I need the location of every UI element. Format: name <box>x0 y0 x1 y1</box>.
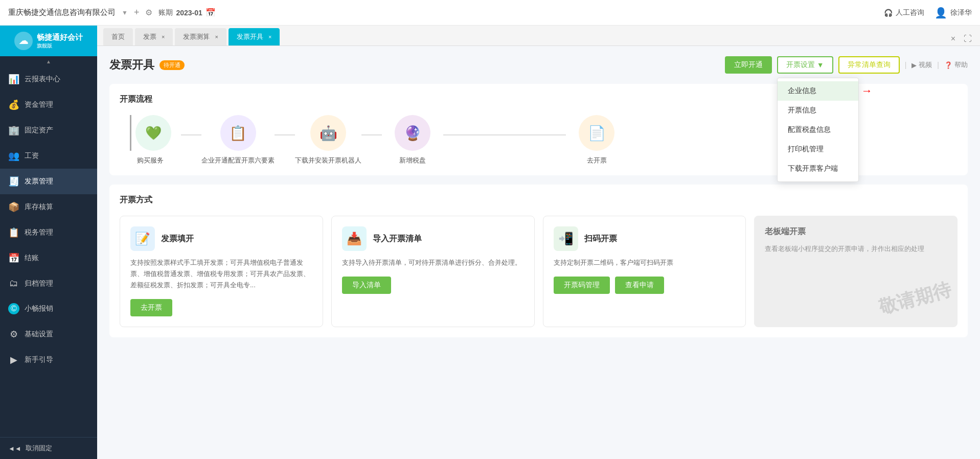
settings-icon[interactable]: ⚙ <box>145 8 152 17</box>
exception-button[interactable]: 异常清单查询 <box>838 56 900 74</box>
heart-icon: 💚 <box>145 125 162 141</box>
add-company-btn[interactable]: + <box>134 7 140 18</box>
flow-step-add-taxdisk: 🔮 新增税盘 <box>382 115 443 165</box>
tab-invoice-test-label: 发票测算 <box>183 32 210 41</box>
billing-card-manual-fill: 📝 发票填开 支持按照发票样式手工填开发票；可开具增值税电子普通发票、增值税普通… <box>120 216 323 327</box>
flow-step-buy-service: 💚 购买服务 <box>120 115 181 165</box>
flow-step-download-robot: 🤖 下载并安装开票机器人 <box>295 115 361 165</box>
add-taxdisk-label: 新增税盘 <box>399 156 426 165</box>
sidebar-item-label-report-sales: 小畅报销 <box>25 304 53 313</box>
billing-card-scan-invoice: 📲 扫码开票 支持定制开票二维码，客户端可扫码开票 开票码管理 查看申请 <box>543 216 746 327</box>
watermark-text: 敬请期待 <box>876 277 954 320</box>
dropdown-item-tax-config[interactable]: 配置税盘信息 <box>778 120 858 140</box>
sidebar-item-guide[interactable]: ▶ 新手引导 <box>0 347 97 373</box>
buy-service-icon-wrap: 💚 <box>135 115 171 151</box>
sidebar-item-capital[interactable]: 💰 资金管理 <box>0 92 97 118</box>
sidebar-item-report-sales[interactable]: © 小畅报销 <box>0 296 97 322</box>
step-indicator: 💚 <box>130 115 171 151</box>
scan-invoice-title: 扫码开票 <box>584 234 617 244</box>
page-title-row: 发票开具 待开通 立即开通 开票设置 ▼ <box>109 56 968 74</box>
dropdown-item-printer[interactable]: 打印机管理 <box>778 140 858 159</box>
company-dropdown-icon[interactable]: ▼ <box>122 9 128 16</box>
activate-button[interactable]: 立即开通 <box>725 56 772 74</box>
sidebar-item-label-invoice-mgmt: 发票管理 <box>25 177 53 186</box>
billing-methods-list: 📝 发票填开 支持按照发票样式手工填开发票；可开具增值税电子普通发票、增值税普通… <box>120 216 958 327</box>
content-area: 首页 发票 × 发票测算 × 发票开具 × × ⛶ <box>97 26 980 459</box>
sidebar-item-accounting[interactable]: 📅 结账 <box>0 245 97 271</box>
flow-line-4 <box>443 134 464 135</box>
tab-expand-btn[interactable]: ⛶ <box>962 32 974 45</box>
flow-line-2 <box>275 134 295 135</box>
tax-icon: 📋 <box>8 227 19 238</box>
page-content: 发票开具 待开通 立即开通 开票设置 ▼ <box>97 46 980 459</box>
dropdown-item-company-info[interactable]: 企业信息 → <box>778 81 858 101</box>
tab-invoice-close[interactable]: × <box>162 34 165 40</box>
sidebar-item-invoice-mgmt[interactable]: 🧾 发票管理 <box>0 169 97 194</box>
scan-invoice-desc: 支持定制开票二维码，客户端可扫码开票 <box>554 257 736 268</box>
tab-invoice-test-close[interactable]: × <box>215 34 218 40</box>
sidebar-item-settings[interactable]: ⚙ 基础设置 <box>0 322 97 347</box>
import-list-btn[interactable]: 导入清单 <box>342 277 391 294</box>
logo-sub-text: 旗舰版 <box>37 42 83 50</box>
settings-button[interactable]: 开票设置 ▼ <box>777 56 833 74</box>
sidebar-item-tax[interactable]: 📋 税务管理 <box>0 220 97 245</box>
manual-fill-icon: 📝 <box>130 226 155 251</box>
tab-invoice-issue-close[interactable]: × <box>268 34 271 40</box>
boss-invoice-title: 老板端开票 <box>765 226 806 237</box>
billing-methods-section: 开票方式 📝 发票填开 支持按照发票样式手工填开发票；可开具增值税电子普通发票、… <box>109 185 968 337</box>
tab-invoice[interactable]: 发票 × <box>135 28 173 45</box>
go-invoice-icon-wrap: 📄 <box>579 115 614 151</box>
sidebar-item-salary[interactable]: 👥 工资 <box>0 143 97 169</box>
sidebar-bottom[interactable]: ◄◄ 取消固定 <box>0 437 97 459</box>
scan-invoice-btn1[interactable]: 开票码管理 <box>554 277 610 294</box>
tab-close-btn[interactable]: × <box>949 32 958 45</box>
status-badge: 待开通 <box>159 60 185 70</box>
pin-icon: ◄◄ <box>8 445 21 452</box>
logo-area: ☁ 畅捷通好会计 旗舰版 <box>0 26 97 56</box>
capital-icon: 💰 <box>8 99 19 110</box>
video-label: 视频 <box>919 60 932 70</box>
tab-bar-right: × ⛶ <box>949 32 974 45</box>
dropdown-item-invoice-info[interactable]: 开票信息 <box>778 101 858 120</box>
video-button[interactable]: ▶ 视频 <box>911 60 932 70</box>
header-left: 重庆畅捷交通信息咨询有限公司 ▼ + ⚙ 账期 2023-01 📅 <box>8 7 216 18</box>
sidebar-item-inventory[interactable]: 📦 库存核算 <box>0 194 97 220</box>
tab-invoice-issue[interactable]: 发票开具 × <box>229 28 280 45</box>
dropdown-item-download-client[interactable]: 下载开票客户端 <box>778 159 858 178</box>
support-label[interactable]: 人工咨询 <box>896 8 924 17</box>
tab-invoice-label: 发票 <box>143 32 156 41</box>
settings-sidebar-icon: ⚙ <box>8 329 19 340</box>
sidebar-item-archive[interactable]: 🗂 归档管理 <box>0 271 97 296</box>
user-name[interactable]: 徐泽华 <box>950 8 972 17</box>
manual-fill-btn[interactable]: 去开票 <box>130 299 172 316</box>
assets-icon: 🏢 <box>8 125 19 136</box>
tab-home-label: 首页 <box>111 32 125 41</box>
sidebar-scroll-up[interactable]: ▲ <box>0 56 97 66</box>
sidebar-item-label-accounting: 结账 <box>25 254 39 263</box>
robot-icon: 🤖 <box>320 125 337 142</box>
help-button[interactable]: ❓ 帮助 <box>944 60 968 70</box>
user-avatar-icon: 👤 <box>935 7 947 19</box>
tab-invoice-test[interactable]: 发票测算 × <box>175 28 226 45</box>
go-invoice-icon: 📄 <box>588 125 606 142</box>
scan-invoice-btn2[interactable]: 查看申请 <box>615 277 664 294</box>
boss-invoice-desc: 查看老板端小程序提交的开票申请，并作出相应的处理 <box>765 243 947 255</box>
report-sales-icon: © <box>8 303 19 314</box>
sidebar: ☁ 畅捷通好会计 旗舰版 ▲ 📊 云报表中心 💰 资金管理 🏢 固定资产 👥 <box>0 26 97 459</box>
sidebar-item-label-capital: 资金管理 <box>25 100 53 109</box>
sidebar-item-label-salary: 工资 <box>25 151 39 160</box>
dropdown-invoice-info-label: 开票信息 <box>788 106 816 115</box>
sidebar-item-label-reports: 云报表中心 <box>25 75 60 84</box>
import-list-title: 导入开票清单 <box>373 234 422 244</box>
sidebar-item-assets[interactable]: 🏢 固定资产 <box>0 118 97 143</box>
sidebar-item-reports[interactable]: 📊 云报表中心 <box>0 66 97 92</box>
import-list-desc: 支持导入待开票清单，可对待开票清单进行拆分、合并处理。 <box>342 257 524 268</box>
page-title-right: 立即开通 开票设置 ▼ 企业信息 <box>725 56 968 74</box>
billing-card-import-list: 📥 导入开票清单 支持导入待开票清单，可对待开票清单进行拆分、合并处理。 导入清… <box>331 216 535 327</box>
flow-line-4d <box>505 134 525 135</box>
calendar-icon[interactable]: 📅 <box>206 8 216 17</box>
billing-card-import-list-header: 📥 导入开票清单 <box>342 226 524 251</box>
page-title: 发票开具 <box>109 57 154 73</box>
tab-home[interactable]: 首页 <box>103 28 133 45</box>
dropdown-printer-label: 打印机管理 <box>788 145 824 154</box>
